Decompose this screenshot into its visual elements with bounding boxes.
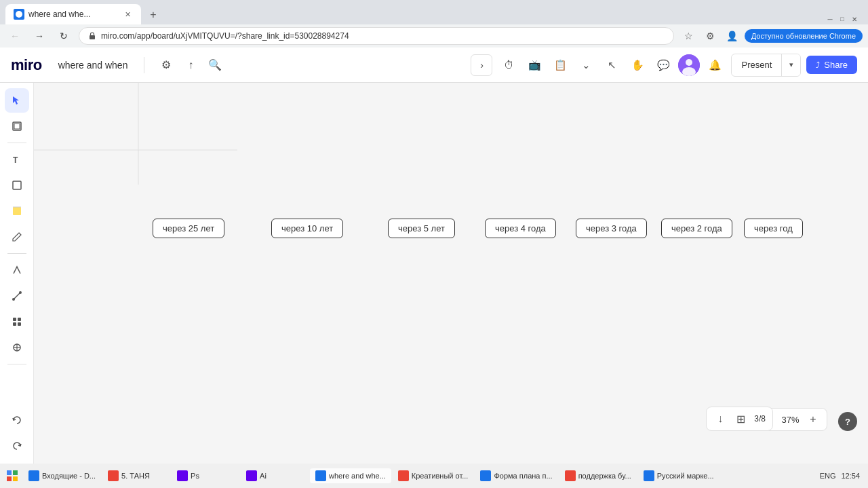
miro-header: miro where and when ⚙ ↑ 🔍 › ⏱ 📺 📋 ⌄ ↖ ✋ … — [0, 48, 868, 83]
taskbar-favicon — [246, 470, 257, 481]
sidebar-connector-tool[interactable] — [5, 284, 29, 308]
taskbar-items: Входящие - D...5. ТАНЯPsAiwhere and whe.… — [23, 468, 813, 483]
taskbar-item-forma[interactable]: Форма плана п... — [475, 468, 557, 483]
tab-close-btn[interactable]: ✕ — [122, 9, 133, 20]
taskbar-item-podderzhka[interactable]: поддержка бу... — [559, 468, 637, 483]
time-card-card-1[interactable]: через год — [744, 219, 803, 238]
screen-share-btn[interactable]: 📺 — [524, 54, 545, 76]
svg-text:T: T — [13, 155, 18, 165]
active-tab[interactable]: where and whe... ✕ — [5, 4, 141, 24]
timer-btn[interactable]: ⏱ — [498, 54, 519, 76]
sidebar-sticky-tool[interactable] — [5, 199, 29, 223]
forward-btn[interactable]: → — [30, 26, 49, 45]
sidebar-divider-2 — [7, 253, 26, 254]
redo-btn[interactable] — [5, 434, 29, 458]
share-btn[interactable]: ⤴ Share — [806, 56, 857, 74]
header-right: › ⏱ 📺 📋 ⌄ ↖ ✋ 💬 🔔 Present ▾ — [471, 54, 857, 77]
maximize-btn[interactable]: □ — [837, 14, 848, 24]
taskbar-item-ps[interactable]: Ps — [172, 468, 239, 483]
sidebar-text-tool[interactable]: T — [5, 147, 29, 172]
taskbar-time: 12:54 — [841, 472, 860, 480]
cursor-btn[interactable]: ↖ — [601, 54, 623, 76]
board-title-box: where and when — [53, 57, 134, 73]
header-tools: ⚙ ↑ 🔍 — [155, 54, 226, 76]
frame-grid-btn[interactable]: ⊞ — [731, 409, 750, 428]
taskbar-item-market[interactable]: Русский марке... — [638, 468, 719, 483]
help-btn[interactable]: ? — [838, 412, 857, 431]
new-tab-btn[interactable]: + — [144, 5, 163, 24]
zoom-in-btn[interactable]: + — [805, 411, 821, 428]
miro-logo[interactable]: miro — [11, 56, 42, 74]
taskbar: Входящие - D...5. ТАНЯPsAiwhere and whe.… — [0, 464, 868, 488]
sidebar-frames-tool[interactable] — [5, 114, 29, 138]
sidebar-pen-tool[interactable] — [5, 225, 29, 249]
taskbar-favicon — [565, 470, 576, 481]
taskbar-item-where[interactable]: where and whe... — [310, 468, 391, 483]
svg-rect-36 — [13, 470, 18, 475]
profile-btn[interactable]: 👤 — [723, 26, 742, 45]
sidebar-apps-tool[interactable] — [5, 335, 29, 360]
taskbar-item-inbox[interactable]: Входящие - D... — [23, 468, 101, 483]
svg-rect-1 — [90, 35, 95, 39]
sidebar-bottom — [5, 408, 29, 458]
settings-btn[interactable]: ⚙ — [155, 54, 177, 76]
taskbar-item-label: Форма плана п... — [494, 472, 552, 480]
sidebar-divider-3 — [7, 364, 26, 364]
extensions-btn[interactable]: ⚙ — [701, 26, 720, 45]
present-btn: Present ▾ — [731, 54, 801, 77]
present-main-btn[interactable]: Present — [732, 56, 781, 74]
miro-app: miro where and when ⚙ ↑ 🔍 › ⏱ 📺 📋 ⌄ ↖ ✋ … — [0, 48, 868, 464]
url-text: miro.com/app/board/uXjVMITQUVU=/?share_l… — [101, 31, 665, 41]
time-card-card-5[interactable]: через 5 лет — [388, 219, 455, 238]
start-btn[interactable] — [3, 466, 22, 485]
lock-icon — [87, 31, 97, 41]
notes-btn[interactable]: 📋 — [549, 54, 571, 76]
taskbar-favicon — [480, 470, 491, 481]
taskbar-favicon — [108, 470, 119, 481]
svg-line-11 — [14, 293, 20, 299]
board-title[interactable]: where and when — [53, 57, 134, 73]
close-window-btn[interactable]: ✕ — [849, 14, 860, 24]
time-card-card-2[interactable]: через 2 года — [661, 219, 732, 238]
sidebar-arrow-tool[interactable] — [5, 258, 29, 282]
time-card-card-25[interactable]: через 25 лет — [153, 219, 224, 238]
minimize-btn[interactable]: ─ — [825, 14, 835, 24]
sidebar-shapes-tool[interactable] — [5, 173, 29, 198]
more-btn[interactable]: ⌄ — [575, 54, 597, 76]
svg-rect-37 — [7, 476, 12, 481]
frame-nav: ↓ ⊞ 3/8 — [706, 407, 773, 431]
sidebar-template-tool[interactable] — [5, 309, 29, 334]
taskbar-item-label: Ai — [260, 472, 267, 480]
time-card-card-10[interactable]: через 10 лет — [271, 219, 343, 238]
left-sidebar: T — [0, 83, 34, 464]
time-card-card-3[interactable]: через 3 года — [576, 219, 647, 238]
sidebar-select-tool[interactable] — [5, 88, 29, 113]
share-export-btn[interactable]: ↑ — [180, 54, 201, 76]
frame-download-btn[interactable]: ↓ — [711, 409, 730, 428]
undo-btn[interactable] — [5, 408, 29, 432]
tab-favicon — [14, 9, 24, 20]
chat-btn[interactable]: 💬 — [652, 54, 674, 76]
taskbar-item-creative[interactable]: Креативный от... — [393, 468, 474, 483]
chrome-update-badge[interactable]: Доступно обновление Chrome — [745, 29, 863, 43]
search-btn[interactable]: 🔍 — [204, 54, 226, 76]
user-avatar[interactable] — [678, 54, 700, 76]
svg-rect-14 — [13, 318, 16, 321]
address-box[interactable]: miro.com/app/board/uXjVMITQUVU=/?share_l… — [79, 27, 674, 45]
taskbar-item-tanya[interactable]: 5. ТАНЯ — [102, 468, 170, 483]
svg-rect-9 — [13, 207, 21, 215]
taskbar-item-label: where and whe... — [329, 472, 386, 480]
notification-btn[interactable]: 🔔 — [704, 54, 726, 76]
bookmark-btn[interactable]: ☆ — [679, 26, 698, 45]
taskbar-favicon — [177, 470, 188, 481]
time-card-card-4[interactable]: через 4 года — [485, 219, 556, 238]
svg-rect-6 — [14, 124, 20, 129]
back-btn[interactable]: ← — [5, 26, 24, 45]
reload-btn[interactable]: ↻ — [54, 26, 73, 45]
taskbar-item-ai[interactable]: Ai — [241, 468, 309, 483]
reactions-btn[interactable]: ✋ — [627, 54, 648, 76]
nav-forward-btn[interactable]: › — [471, 54, 492, 76]
taskbar-item-label: Входящие - D... — [42, 472, 96, 480]
svg-rect-15 — [18, 318, 21, 321]
present-dropdown-btn[interactable]: ▾ — [781, 54, 800, 76]
